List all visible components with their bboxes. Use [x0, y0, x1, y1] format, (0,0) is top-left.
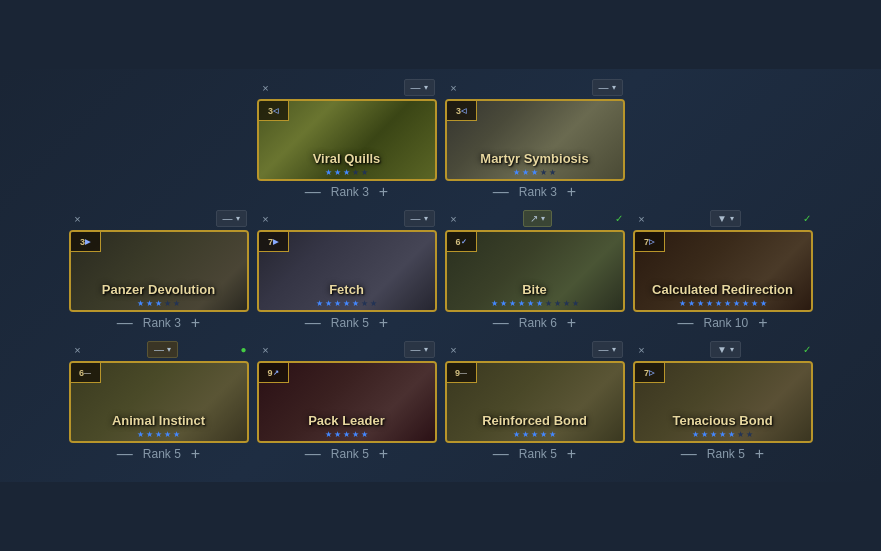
rank-minus-animal[interactable]: —	[115, 446, 135, 462]
close-reinforced[interactable]: ×	[447, 343, 461, 357]
rank-corner-fetch: 7▶	[259, 232, 289, 252]
star: ★	[710, 430, 717, 439]
mod-row-1: × — ▾ 3◁ Viral Quills ★ ★ ★ ★ ★ —	[20, 79, 861, 200]
close-animal[interactable]: ×	[71, 343, 85, 357]
mod-card-pack-leader[interactable]: 9↗ Pack Leader ★ ★ ★ ★ ★	[257, 361, 437, 443]
green-check: ✓	[615, 213, 623, 224]
arrow-icon: ▾	[730, 345, 734, 354]
mod-top-controls-fetch: × — ▾	[257, 210, 437, 227]
rank-controls-viral-quills: — Rank 3 +	[303, 184, 390, 200]
rank-minus-pack[interactable]: —	[303, 446, 323, 462]
close-pack[interactable]: ×	[259, 343, 273, 357]
star: ★	[361, 168, 368, 177]
rank-minus-bite[interactable]: —	[491, 315, 511, 331]
mod-name-fetch: Fetch	[259, 282, 435, 298]
action-btn-fetch[interactable]: — ▾	[404, 210, 435, 227]
action-btn-martyr[interactable]: — ▾	[592, 79, 623, 96]
rank-text-martyr: Rank 3	[519, 185, 557, 199]
rank-minus-reinforced[interactable]: —	[491, 446, 511, 462]
mod-card-bite[interactable]: 6✓ Bite ★ ★ ★ ★ ★ ★ ★ ★ ★ ★	[445, 230, 625, 312]
star: ★	[325, 168, 332, 177]
star: ★	[518, 299, 525, 308]
close-panzer[interactable]: ×	[71, 212, 85, 226]
mod-card-fetch[interactable]: 7▶ Fetch ★ ★ ★ ★ ★ ★ ★	[257, 230, 437, 312]
close-calculated[interactable]: ×	[635, 212, 649, 226]
down-icon: ▼	[717, 344, 727, 355]
star: ★	[549, 168, 556, 177]
rank-minus-calculated[interactable]: —	[675, 315, 695, 331]
star: ★	[352, 168, 359, 177]
rank-plus-viral-quills[interactable]: +	[377, 184, 390, 200]
mod-card-calculated[interactable]: 7▷ Calculated Redirection ★ ★ ★ ★ ★ ★ ★ …	[633, 230, 813, 312]
mod-stars-bite: ★ ★ ★ ★ ★ ★ ★ ★ ★ ★	[447, 299, 623, 308]
rank-minus-viral-quills[interactable]: —	[303, 184, 323, 200]
rank-plus-calculated[interactable]: +	[756, 315, 769, 331]
mod-stars-calculated: ★ ★ ★ ★ ★ ★ ★ ★ ★ ★	[635, 299, 811, 308]
rank-plus-tenacious[interactable]: +	[753, 446, 766, 462]
rank-minus-tenacious[interactable]: —	[679, 446, 699, 462]
action-btn-tenacious[interactable]: ▼ ▾	[710, 341, 741, 358]
mod-stars-animal: ★ ★ ★ ★ ★	[71, 430, 247, 439]
star: ★	[352, 299, 359, 308]
star: ★	[760, 299, 767, 308]
rank-plus-panzer[interactable]: +	[189, 315, 202, 331]
rank-controls-calculated: — Rank 10 +	[675, 315, 769, 331]
arrow-icon: ▾	[424, 345, 428, 354]
rank-corner-tenacious: 7▷	[635, 363, 665, 383]
star: ★	[164, 430, 171, 439]
rank-corner-animal: 6—	[71, 363, 101, 383]
star: ★	[540, 168, 547, 177]
mod-card-tenacious-bond[interactable]: 7▷ Tenacious Bond ★ ★ ★ ★ ★ ★ ★	[633, 361, 813, 443]
star: ★	[316, 299, 323, 308]
rank-plus-pack[interactable]: +	[377, 446, 390, 462]
mod-card-animal-instinct[interactable]: 6— Animal Instinct ★ ★ ★ ★ ★	[69, 361, 249, 443]
mod-card-reinforced-bond[interactable]: 9— Reinforced Bond ★ ★ ★ ★ ★	[445, 361, 625, 443]
mod-stars-martyr: ★ ★ ★ ★ ★	[447, 168, 623, 177]
rank-plus-fetch[interactable]: +	[377, 315, 390, 331]
star: ★	[522, 168, 529, 177]
rank-plus-martyr[interactable]: +	[565, 184, 578, 200]
mod-card-viral-quills[interactable]: 3◁ Viral Quills ★ ★ ★ ★ ★	[257, 99, 437, 181]
rank-minus-panzer[interactable]: —	[115, 315, 135, 331]
action-btn-animal[interactable]: — ▾	[147, 341, 178, 358]
star: ★	[164, 299, 171, 308]
action-btn-viral-quills[interactable]: — ▾	[404, 79, 435, 96]
star: ★	[751, 299, 758, 308]
action-btn-panzer[interactable]: — ▾	[216, 210, 247, 227]
rank-plus-bite[interactable]: +	[565, 315, 578, 331]
action-btn-reinforced[interactable]: — ▾	[592, 341, 623, 358]
mod-card-panzer[interactable]: 3▶ Panzer Devolution ★ ★ ★ ★ ★	[69, 230, 249, 312]
star: ★	[500, 299, 507, 308]
rank-corner-martyr: 3◁	[447, 101, 477, 121]
close-viral-quills[interactable]: ×	[259, 81, 273, 95]
arrow-icon: ▾	[167, 345, 171, 354]
action-btn-bite[interactable]: ↗ ▾	[523, 210, 552, 227]
close-tenacious[interactable]: ×	[635, 343, 649, 357]
close-martyr[interactable]: ×	[447, 81, 461, 95]
rank-minus-martyr[interactable]: —	[491, 184, 511, 200]
rank-corner-pack: 9↗	[259, 363, 289, 383]
star: ★	[137, 430, 144, 439]
star: ★	[522, 430, 529, 439]
close-fetch[interactable]: ×	[259, 212, 273, 226]
arrow-icon: ▾	[424, 214, 428, 223]
action-btn-pack[interactable]: — ▾	[404, 341, 435, 358]
rank-plus-animal[interactable]: +	[189, 446, 202, 462]
star: ★	[513, 430, 520, 439]
rank-text-tenacious: Rank 5	[707, 447, 745, 461]
rank-plus-reinforced[interactable]: +	[565, 446, 578, 462]
mod-slot-tenacious-bond: × ▼ ▾ ✓ 7▷ Tenacious Bond ★ ★ ★ ★ ★ ★	[633, 341, 813, 462]
mod-card-martyr-symbiosis[interactable]: 3◁ Martyr Symbiosis ★ ★ ★ ★ ★	[445, 99, 625, 181]
star: ★	[361, 299, 368, 308]
mod-top-controls-animal: × — ▾ ●	[69, 341, 249, 358]
mod-top-controls-pack: × — ▾	[257, 341, 437, 358]
mod-stars-panzer: ★ ★ ★ ★ ★	[71, 299, 247, 308]
rank-controls-bite: — Rank 6 +	[491, 315, 578, 331]
action-btn-calculated[interactable]: ▼ ▾	[710, 210, 741, 227]
rank-minus-fetch[interactable]: —	[303, 315, 323, 331]
star: ★	[343, 168, 350, 177]
rank-controls-martyr: — Rank 3 +	[491, 184, 578, 200]
mod-name-bite: Bite	[447, 282, 623, 298]
rank-text-pack: Rank 5	[331, 447, 369, 461]
close-bite[interactable]: ×	[447, 212, 461, 226]
